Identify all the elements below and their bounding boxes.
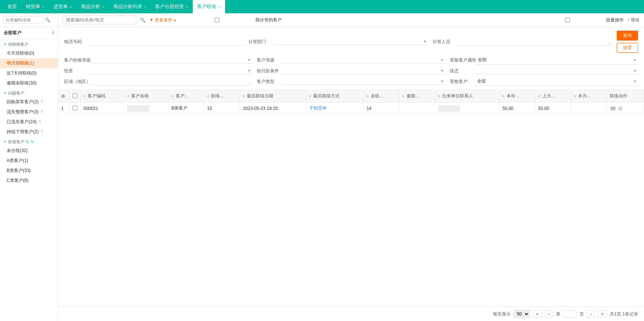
col-unit-contact[interactable]: ≡ 往来单位联系人 — [435, 90, 499, 103]
col-settings[interactable]: ⚙ — [58, 90, 69, 103]
sidebar-item-class-a[interactable]: A类客户(1) — [0, 156, 58, 166]
close-product-analysis-list-icon[interactable]: × — [144, 5, 147, 9]
row-customer-type: B类客户 — [168, 103, 204, 114]
search-button[interactable]: 🔍 — [140, 17, 146, 23]
close-sales-order-icon[interactable]: × — [42, 5, 45, 9]
sidebar-item-today[interactable]: 今天待联络(0) — [0, 48, 58, 58]
col-contact-count[interactable]: ≡ 联络... — [204, 90, 240, 103]
sidebar-search-icon[interactable]: 🔍 — [45, 17, 50, 23]
customer-level-select[interactable]: ▼ — [283, 57, 445, 63]
query-button[interactable]: 查询 — [617, 31, 638, 41]
filter-retail-attr: 零散客户属性 全部 ▼ — [450, 56, 638, 65]
row-check[interactable] — [73, 106, 77, 110]
sidebar-item-unclassified[interactable]: 未分组(32) — [0, 146, 58, 156]
payment-select[interactable]: ▼ — [283, 68, 445, 74]
retail-customer-select[interactable]: 全部 ▼ — [476, 77, 638, 86]
per-page-label: 每页显示 — [493, 311, 511, 317]
nav-product-analysis[interactable]: 商品分析 × — [77, 0, 109, 13]
col-checkbox — [69, 90, 80, 103]
col-last-month[interactable]: ≡ 上月... — [535, 90, 571, 103]
blurred-name — [127, 105, 149, 112]
nav-customer-tier[interactable]: 客户分层经营 × — [151, 0, 193, 13]
nav-purchase-order[interactable]: 进货单 × — [49, 0, 77, 13]
retail-attr-arrow-icon: ▼ — [633, 58, 637, 62]
retail-attr-select[interactable]: 全部 ▼ — [476, 56, 638, 65]
sidebar-item-overdue[interactable]: 逾期未联络(30) — [0, 78, 58, 88]
nav-sales-order[interactable]: 销货单 × — [21, 0, 49, 13]
close-purchase-order-icon[interactable]: × — [70, 5, 72, 9]
close-customer-tier-icon[interactable]: × — [186, 5, 188, 9]
nav-home[interactable]: 首页 — [3, 0, 21, 13]
more-action-icon[interactable]: ⊞ — [618, 106, 623, 111]
col-icon-last-month: ≡ — [538, 94, 540, 98]
row-code: 000021 — [80, 103, 124, 114]
col-icon-overdue: ≡ — [402, 94, 405, 98]
more-conditions-button[interactable]: ▼ 更多条件 ▲ — [149, 17, 176, 23]
export-button[interactable]: ↑ 导出 — [627, 17, 640, 23]
region-input[interactable]: ... — [91, 78, 252, 86]
col-last-contact-date[interactable]: ≡ 最后联络日期 — [240, 90, 306, 103]
table-header-row: ⚙ ≡ 客户编码 ≡ 客户名称 — [58, 90, 644, 103]
sidebar-all-customers[interactable]: 全部客户 《 — [0, 27, 58, 39]
price-level-select[interactable]: ▼ — [91, 57, 252, 63]
close-product-analysis-icon[interactable]: × — [102, 5, 105, 9]
edit-icon[interactable]: ✎ — [31, 139, 34, 144]
collapse-icon: 《 — [50, 30, 54, 36]
my-customers-check[interactable] — [180, 18, 254, 23]
dept-select[interactable]: ▼ — [274, 38, 428, 45]
search-input[interactable] — [63, 15, 136, 24]
sidebar-search-input[interactable] — [3, 16, 43, 24]
last-contact-method-link[interactable]: 下销货单 — [309, 106, 327, 111]
page-input[interactable]: 1 — [563, 310, 577, 318]
filter-actions: 查询 设置 — [617, 31, 638, 53]
next-page-button[interactable]: › — [587, 310, 595, 318]
dept-label: 分管部门 — [248, 39, 274, 45]
col-this-year[interactable]: ≡ 本年... — [499, 90, 535, 103]
sidebar-item-churn-warning[interactable]: 流失预警客户(3) ? — [0, 107, 58, 117]
sidebar-item-repurchase-abnormal[interactable]: 回购异常客户(2) ? — [0, 97, 58, 107]
batch-op-button[interactable]: 批量操作 — [531, 17, 624, 23]
sidebar-item-7days[interactable]: 近7天待联络(0) — [0, 68, 58, 78]
col-last-contact-method[interactable]: ≡ 最后联络方式 — [306, 90, 363, 103]
my-customers-checkbox[interactable]: 我分管的客户 — [180, 17, 282, 23]
customer-type-select[interactable]: ▼ — [283, 78, 445, 85]
status-select[interactable]: ▼ — [476, 68, 638, 74]
sidebar-item-declining[interactable]: 持续下滑客户(2) ? — [0, 127, 58, 137]
contact-action-icon[interactable]: ☎ — [610, 106, 616, 111]
col-code[interactable]: ≡ 客户编码 — [80, 90, 124, 103]
last-page-button[interactable]: » — [598, 310, 607, 318]
col-name[interactable]: ≡ 客户名称 — [124, 90, 168, 103]
col-customer-type[interactable]: ≡ 客户... — [168, 90, 204, 103]
row-uncontacted: 14 — [363, 103, 399, 114]
settings-icon[interactable]: ⚙ — [61, 94, 65, 99]
per-page-select[interactable]: 50 — [514, 310, 530, 318]
col-icon-date: ≡ — [243, 94, 245, 98]
first-page-button[interactable]: « — [533, 310, 542, 318]
phone-input[interactable] — [90, 38, 244, 46]
sidebar-item-churned[interactable]: 已流失客户(24) ? — [0, 117, 58, 127]
person-input[interactable]: ... — [458, 38, 612, 46]
sidebar-item-tomorrow[interactable]: 明天待联络(1) — [0, 58, 58, 68]
filter-retail-customer: 零散客户 全部 ▼ — [450, 77, 638, 86]
row-last-month: 50.00 — [535, 103, 571, 114]
settings-button[interactable]: 设置 — [617, 43, 638, 53]
select-all-checkbox[interactable] — [73, 93, 77, 98]
refresh-icon[interactable]: ↻ — [26, 139, 29, 144]
sidebar-item-class-c[interactable]: C类客户(6) — [0, 176, 58, 186]
prev-page-button[interactable]: ‹ — [545, 310, 553, 318]
nav-product-analysis-list[interactable]: 商品分析列表 × — [109, 0, 151, 13]
col-this-month[interactable]: ≡ 本月... — [571, 90, 606, 103]
filter-row-2: 客户价格等级 ▼ 客户等级 ▼ 零散客户属性 全部 — [64, 56, 638, 65]
page-label: 第 — [556, 311, 560, 317]
sidebar-section-value: 价值客户 ↻ ✎ — [0, 137, 58, 146]
col-uncontacted[interactable]: ≡ 未联... — [363, 90, 399, 103]
filter-nature: 性质 ▼ — [64, 68, 252, 74]
batch-op-check[interactable] — [531, 18, 604, 23]
sidebar-item-class-b[interactable]: B类客户(33) — [0, 166, 58, 176]
nav-customer-contact[interactable]: 客户联络 × — [193, 0, 225, 13]
chevron-up-icon: ▲ — [173, 18, 176, 22]
close-customer-contact-icon[interactable]: × — [218, 5, 221, 9]
nature-select[interactable]: ▼ — [90, 68, 252, 74]
customer-table: ⚙ ≡ 客户编码 ≡ 客户名称 — [58, 90, 644, 114]
col-overdue[interactable]: ≡ 逾期... — [399, 90, 435, 103]
